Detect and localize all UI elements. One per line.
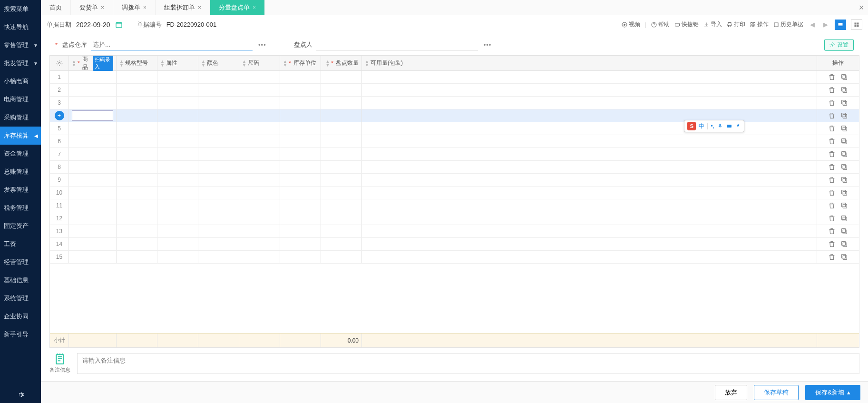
table-row[interactable]: 15 bbox=[50, 251, 859, 264]
ime-punct-icon[interactable]: •, bbox=[711, 123, 714, 129]
sidebar-item-18[interactable]: 新手引导 bbox=[0, 325, 41, 344]
copy-icon[interactable] bbox=[840, 202, 848, 209]
col-unit[interactable]: ▲▼*库存单位 bbox=[280, 56, 321, 70]
sidebar-item-15[interactable]: 基础信息 bbox=[0, 271, 41, 289]
copy-icon[interactable] bbox=[840, 125, 848, 132]
calendar-icon[interactable] bbox=[115, 21, 123, 29]
table-row[interactable]: 3 bbox=[50, 97, 859, 109]
sidebar-item-13[interactable]: 工资 bbox=[0, 235, 41, 253]
ime-settings-icon[interactable] bbox=[735, 123, 741, 129]
col-avail[interactable]: ▲▼可用量(包装) bbox=[362, 56, 817, 70]
copy-icon[interactable] bbox=[840, 73, 848, 81]
copy-icon[interactable] bbox=[840, 163, 848, 171]
warehouse-lookup[interactable]: ••• bbox=[258, 41, 266, 49]
table-row[interactable]: 13 bbox=[50, 225, 859, 238]
add-row-button[interactable]: + bbox=[55, 111, 64, 120]
sidebar-item-17[interactable]: 企业协同 bbox=[0, 307, 41, 325]
copy-icon[interactable] bbox=[840, 176, 848, 184]
toolbar-history[interactable]: 历史单据 bbox=[773, 20, 803, 29]
tab-0[interactable]: 首页 bbox=[41, 0, 71, 15]
table-row[interactable]: 1 bbox=[50, 71, 859, 84]
copy-icon[interactable] bbox=[840, 86, 848, 94]
copy-icon[interactable] bbox=[840, 112, 848, 119]
table-row[interactable]: 12 bbox=[50, 212, 859, 225]
settings-button[interactable]: 设置 bbox=[824, 39, 854, 51]
table-row[interactable]: 8 bbox=[50, 161, 859, 174]
table-row[interactable]: 14 bbox=[50, 238, 859, 251]
table-row[interactable]: 9 bbox=[50, 174, 859, 187]
remark-input[interactable] bbox=[77, 353, 859, 374]
delete-icon[interactable] bbox=[828, 163, 836, 171]
delete-icon[interactable] bbox=[828, 227, 836, 235]
tab-3[interactable]: 组装拆卸单× bbox=[156, 0, 210, 15]
copy-icon[interactable] bbox=[840, 138, 848, 145]
delete-icon[interactable] bbox=[828, 125, 836, 132]
table-row[interactable]: 6 bbox=[50, 135, 859, 148]
delete-icon[interactable] bbox=[828, 73, 836, 81]
sidebar-item-1[interactable]: 快速导航 bbox=[0, 18, 41, 36]
product-cell-input[interactable] bbox=[72, 110, 113, 121]
col-spec[interactable]: ▲▼规格型号 bbox=[117, 56, 157, 70]
toolbar-import[interactable]: 导入 bbox=[703, 20, 722, 29]
delete-icon[interactable] bbox=[828, 202, 836, 209]
delete-icon[interactable] bbox=[828, 240, 836, 248]
delete-icon[interactable] bbox=[828, 215, 836, 222]
toolbar-shortcut[interactable]: 快捷键 bbox=[674, 20, 699, 29]
warehouse-input[interactable] bbox=[91, 39, 253, 50]
view-list[interactable] bbox=[835, 20, 846, 30]
ime-keyboard-icon[interactable] bbox=[726, 123, 732, 129]
save-draft-button[interactable]: 保存草稿 bbox=[754, 385, 799, 400]
save-new-button[interactable]: 保存&新增▴ bbox=[805, 385, 860, 400]
sidebar-item-6[interactable]: 采购管理 bbox=[0, 108, 41, 127]
copy-icon[interactable] bbox=[840, 150, 848, 158]
toolbar-help[interactable]: 帮助 bbox=[651, 20, 670, 29]
ime-toolbar[interactable]: S 中 •, bbox=[684, 120, 744, 132]
col-color[interactable]: ▲▼颜色 bbox=[198, 56, 239, 70]
delete-icon[interactable] bbox=[828, 253, 836, 261]
col-product[interactable]: ▲▼*商品扫码录入 bbox=[69, 56, 117, 70]
sidebar-item-4[interactable]: 小畅电商 bbox=[0, 72, 41, 90]
person-input[interactable] bbox=[316, 39, 478, 50]
copy-icon[interactable] bbox=[840, 227, 848, 235]
close-icon[interactable]: × bbox=[143, 4, 146, 11]
toolbar-print[interactable]: 打印 bbox=[727, 20, 745, 29]
close-icon[interactable]: × bbox=[101, 4, 104, 11]
close-icon[interactable]: × bbox=[198, 4, 201, 11]
col-qty[interactable]: ▲▼*盘点数量 bbox=[321, 56, 362, 70]
date-value[interactable]: 2022-09-20 bbox=[76, 21, 110, 29]
sidebar-item-7[interactable]: 库存核算◀ bbox=[0, 127, 41, 145]
delete-icon[interactable] bbox=[828, 189, 836, 197]
sidebar-item-9[interactable]: 总账管理 bbox=[0, 163, 41, 181]
sidebar-item-11[interactable]: 税务管理 bbox=[0, 199, 41, 217]
sidebar-item-5[interactable]: 电商管理 bbox=[0, 90, 41, 108]
sidebar-item-8[interactable]: 资金管理 bbox=[0, 145, 41, 163]
sidebar-item-14[interactable]: 经营管理 bbox=[0, 253, 41, 271]
nav-next[interactable]: ▶ bbox=[821, 21, 830, 28]
sidebar-item-10[interactable]: 发票管理 bbox=[0, 181, 41, 199]
tab-1[interactable]: 要货单× bbox=[71, 0, 113, 15]
delete-icon[interactable] bbox=[828, 112, 836, 119]
table-row[interactable]: 10 bbox=[50, 187, 859, 199]
copy-icon[interactable] bbox=[840, 99, 848, 107]
toolbar-video[interactable]: 视频 bbox=[622, 20, 640, 29]
tab-4[interactable]: 分量盘点单× bbox=[210, 0, 265, 15]
sidebar-item-16[interactable]: 系统管理 bbox=[0, 289, 41, 307]
toolbar-operate[interactable]: 操作 bbox=[750, 20, 769, 29]
sidebar-item-0[interactable]: 搜索菜单 bbox=[0, 0, 41, 18]
discard-button[interactable]: 放弃 bbox=[715, 385, 747, 400]
table-row[interactable]: 2 bbox=[50, 84, 859, 97]
copy-icon[interactable] bbox=[840, 240, 848, 248]
sidebar-settings[interactable] bbox=[0, 387, 41, 403]
col-size[interactable]: ▲▼尺码 bbox=[239, 56, 280, 70]
sidebar-item-3[interactable]: 批发管理▼ bbox=[0, 54, 41, 72]
nav-prev[interactable]: ◀ bbox=[808, 21, 817, 28]
delete-icon[interactable] bbox=[828, 150, 836, 158]
delete-icon[interactable] bbox=[828, 176, 836, 184]
tab-2[interactable]: 调拨单× bbox=[113, 0, 156, 15]
scan-badge[interactable]: 扫码录入 bbox=[93, 56, 113, 71]
copy-icon[interactable] bbox=[840, 189, 848, 197]
close-icon[interactable]: × bbox=[253, 4, 256, 11]
close-all-tabs[interactable]: × bbox=[855, 0, 868, 15]
sidebar-item-12[interactable]: 固定资产 bbox=[0, 217, 41, 235]
copy-icon[interactable] bbox=[840, 215, 848, 222]
